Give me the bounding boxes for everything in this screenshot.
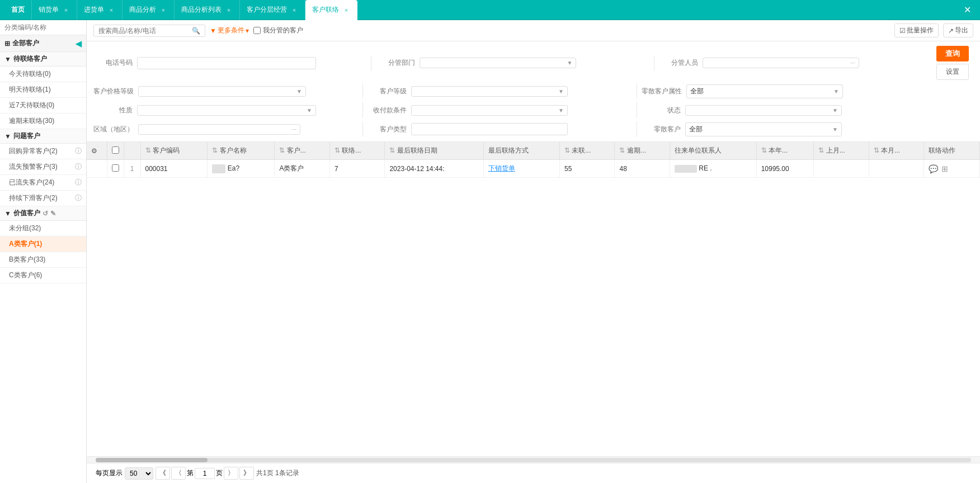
nav-customer-tier-label: 客户分层经营 <box>247 5 287 15</box>
row-checkbox[interactable] <box>112 164 119 172</box>
nav-purchase-label: 进货单 <box>84 5 104 15</box>
sidebar: 🔍 ⊞ 全部客户 ◀ ▼ 待联络客户 今天待联络(0) 明天待联络(1) 近7天… <box>0 20 87 483</box>
page-size-select[interactable]: 50 100 200 <box>125 467 153 480</box>
price-grade-select[interactable]: ▼ <box>138 86 306 97</box>
grid-action-icon[interactable]: ⊞ <box>941 164 948 173</box>
nav-goods-list-close[interactable]: × <box>225 6 233 14</box>
col-last-date[interactable]: ⇅ 最后联络日期 <box>385 142 483 160</box>
sidebar-week-contact[interactable]: 近7天待联络(0) <box>0 98 86 113</box>
col-no-contact[interactable]: ⇅ 未联... <box>559 142 615 160</box>
next-page-btn[interactable]: 〉 <box>224 467 238 480</box>
refresh-icon[interactable]: ↺ <box>43 210 48 217</box>
customer-grade-select[interactable]: ▼ <box>411 86 568 97</box>
col-overdue[interactable]: ⇅ 逾期... <box>615 142 670 160</box>
sidebar-ungrouped[interactable]: 未分组(32) <box>0 221 86 236</box>
sort-icon-cat: ⇅ <box>279 146 285 154</box>
status-select[interactable]: ▼ <box>685 105 842 116</box>
sidebar-repurchase-abnormal[interactable]: 回购异常客户(2) ⓘ <box>0 144 86 159</box>
sidebar-overdue-contact[interactable]: 逾期未联络(30) <box>0 113 86 129</box>
nav-goods-list[interactable]: 商品分析列表 × <box>175 0 240 20</box>
content-area: 🔍 ▼ 更多条件 ▾ 我分管的客户 ☑ 批量操作 ↗ 导出 <box>87 20 980 483</box>
sidebar-search-input[interactable] <box>4 23 87 31</box>
first-page-btn[interactable]: 《 <box>156 467 170 480</box>
last-page-btn[interactable]: 》 <box>239 467 254 480</box>
row-checkbox-cell[interactable] <box>107 160 124 178</box>
sidebar-tomorrow-contact[interactable]: 明天待联络(1) <box>0 82 86 98</box>
customers-table: ⚙ ⇅ 客户编码 ⇅ 客户名称 <box>87 142 980 178</box>
retail-attr-select[interactable]: 全部 ▼ <box>686 84 843 98</box>
page-size-label: 每页显示 <box>96 468 123 478</box>
nav-goods-analysis-close[interactable]: × <box>159 6 167 14</box>
col-last-month[interactable]: ⇅ 上月... <box>814 142 869 160</box>
dept-select[interactable]: ▼ <box>420 58 576 68</box>
problem-customers-group[interactable]: ▼ 问题客户 <box>0 129 86 144</box>
horizontal-scrollbar[interactable] <box>87 456 980 463</box>
sidebar-a-customers[interactable]: A类客户(1) <box>0 236 86 252</box>
scroll-track[interactable] <box>96 458 971 462</box>
col-settings[interactable]: ⚙ <box>87 142 107 160</box>
payment-select[interactable]: ▼ <box>411 105 568 116</box>
col-last-method[interactable]: 最后联络方式 <box>483 142 559 160</box>
nav-purchase-close[interactable]: × <box>107 6 115 14</box>
my-customers-checkbox[interactable] <box>253 27 261 34</box>
pending-contact-group[interactable]: ▼ 待联络客户 <box>0 52 86 67</box>
export-label: 导出 <box>955 26 968 35</box>
filter-search-icon[interactable]: 🔍 <box>192 27 200 35</box>
region-select[interactable]: ··· <box>138 124 300 135</box>
nav-goods-analysis[interactable]: 商品分析 × <box>123 0 175 20</box>
chat-action-icon[interactable]: 💬 <box>929 164 938 173</box>
filter-cell-region: 区域（地区） ··· <box>93 124 358 135</box>
col-this-year[interactable]: ⇅ 本年... <box>756 142 814 160</box>
col-this-month[interactable]: ⇅ 本月... <box>869 142 924 160</box>
col-contact[interactable]: ⇅ 联络... <box>329 142 385 160</box>
filter-cell-phone: 电话号码 <box>93 57 366 69</box>
nav-home[interactable]: 首页 <box>4 0 32 20</box>
prev-page-btn[interactable]: 〈 <box>171 467 186 480</box>
sidebar-today-contact[interactable]: 今天待联络(0) <box>0 67 86 82</box>
row-last-method[interactable]: 下销货单 <box>483 160 559 178</box>
retail-select[interactable]: 全部 ▼ <box>685 122 842 136</box>
page-number-input[interactable] <box>195 468 215 479</box>
col-code[interactable]: ⇅ 客户编码 <box>140 142 208 160</box>
nav-customer-contact-close[interactable]: × <box>342 6 350 14</box>
nav-sales-close[interactable]: × <box>62 6 70 14</box>
nav-customer-contact[interactable]: 客户联络 × <box>305 0 357 20</box>
filter-search-input[interactable] <box>98 27 192 35</box>
export-btn[interactable]: ↗ 导出 <box>943 23 973 37</box>
sidebar-churned[interactable]: 已流失客户(24) ⓘ <box>0 175 86 191</box>
col-name[interactable]: ⇅ 客户名称 <box>208 142 275 160</box>
query-button[interactable]: 查询 <box>936 46 969 61</box>
settings-icon[interactable]: ⚙ <box>91 147 97 155</box>
nav-customer-tier-close[interactable]: × <box>290 6 298 14</box>
nav-purchase[interactable]: 进货单 × <box>77 0 123 20</box>
manager-select[interactable]: ··· <box>703 58 859 68</box>
col-unit-contact[interactable]: 往来单位联系人 <box>670 142 756 160</box>
nav-sales[interactable]: 销货单 × <box>32 0 77 20</box>
nav-customer-tier[interactable]: 客户分层经营 × <box>240 0 305 20</box>
sort-icon-ty: ⇅ <box>761 146 767 154</box>
sidebar-all-customers-header[interactable]: ⊞ 全部客户 ◀ <box>0 35 86 52</box>
filter-more-btn[interactable]: ▼ 更多条件 ▾ <box>210 26 249 35</box>
edit-icon[interactable]: ✎ <box>50 210 56 217</box>
select-all-checkbox[interactable] <box>112 146 119 154</box>
batch-operation-btn[interactable]: ☑ 批量操作 <box>894 23 939 37</box>
settings-button[interactable]: 设置 <box>936 64 969 80</box>
sidebar-declining[interactable]: 持续下滑客户(2) ⓘ <box>0 191 86 206</box>
collapse-icon[interactable]: ◀ <box>76 39 82 48</box>
nature-select[interactable]: ▼ <box>137 105 316 116</box>
value-customers-group[interactable]: ▼ 价值客户 ↺ ✎ <box>0 206 86 221</box>
sidebar-churn-warning[interactable]: 流失预警客户(3) ⓘ <box>0 159 86 175</box>
row-action: 💬 ⊞ <box>924 160 980 178</box>
customer-type-input[interactable] <box>411 123 568 135</box>
sidebar-c-customers[interactable]: C类客户(6) <box>0 268 86 283</box>
phone-input[interactable] <box>137 57 316 69</box>
manager-dots: ··· <box>850 60 855 66</box>
scroll-thumb[interactable] <box>96 458 208 462</box>
col-checkbox-header[interactable] <box>107 142 124 160</box>
close-window-button[interactable]: ✕ <box>959 4 976 15</box>
filter-my-customers[interactable]: 我分管的客户 <box>253 26 303 35</box>
last-method-link[interactable]: 下销货单 <box>488 164 515 172</box>
col-category[interactable]: ⇅ 客户... <box>275 142 330 160</box>
today-contact-label: 今天待联络(0) <box>9 69 51 79</box>
sidebar-b-customers[interactable]: B类客户(33) <box>0 252 86 268</box>
